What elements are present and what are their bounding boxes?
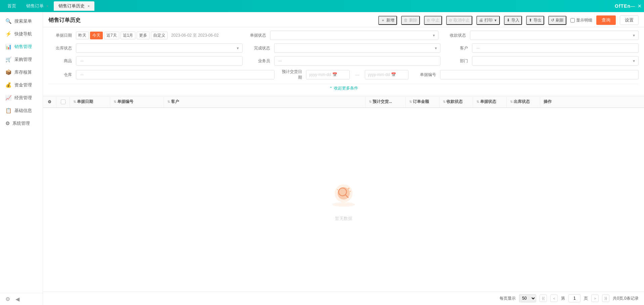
th-delivery[interactable]: ⇅ 预计交货... xyxy=(366,96,406,107)
salesman-input[interactable]: ··· xyxy=(274,56,441,66)
goods-more-icon[interactable]: ··· xyxy=(79,59,85,63)
cancel-stop-icon: ⊘ xyxy=(449,18,452,23)
close-icon[interactable]: × xyxy=(638,3,641,10)
cancel-stop-button[interactable]: ⊘ 取消中止 xyxy=(446,16,472,25)
out-status-select[interactable]: ▼ xyxy=(76,43,243,53)
tab-home[interactable]: 首页 xyxy=(3,1,21,11)
goods-input[interactable]: ··· xyxy=(76,56,243,66)
date-btn-custom[interactable]: 自定义 xyxy=(151,32,168,39)
sidebar-settings-icon[interactable]: ⚙ xyxy=(5,296,10,302)
delete-button[interactable]: 🗑 删除 xyxy=(401,16,420,25)
collapse-btn[interactable]: ⌃ 收起更多条件 xyxy=(48,84,639,92)
date-btn-yesterday[interactable]: 昨天 xyxy=(76,32,89,39)
display-cols-checkbox[interactable] xyxy=(570,18,575,23)
th-check[interactable] xyxy=(56,96,70,107)
pay-status-label: 收款状态 xyxy=(442,33,466,38)
tab-sales-order-history-close[interactable]: × xyxy=(87,4,89,8)
print-button[interactable]: 🖨 打印 ▼ xyxy=(476,16,500,25)
th-number-label: 单据编号 xyxy=(117,99,133,105)
customer-input[interactable]: ··· xyxy=(472,43,639,53)
sidebar-item-quick-nav[interactable]: ⚡ 快捷导航 xyxy=(0,28,43,40)
th-settings[interactable]: ⚙ xyxy=(43,96,56,107)
expected-date-end-placeholder: yyyy-mm-dd xyxy=(368,72,390,77)
stop-button[interactable]: ⊘ 中止 xyxy=(424,16,442,25)
quick-nav-icon: ⚡ xyxy=(5,31,12,37)
minimize-icon[interactable]: — xyxy=(630,3,635,9)
sidebar-item-sys-mgmt-label: 系统管理 xyxy=(12,120,30,126)
page-number-input[interactable] xyxy=(568,294,581,302)
cancel-stop-label: 取消中止 xyxy=(454,17,470,23)
th-amount[interactable]: ⇅ 订单金额 xyxy=(406,96,439,107)
th-order-status[interactable]: ⇅ 单据状态 xyxy=(473,96,507,107)
sidebar-item-purchase-mgmt[interactable]: 🛒 采购管理 xyxy=(0,53,43,66)
th-pay-status[interactable]: ⇅ 收款状态 xyxy=(439,96,473,107)
refresh-button[interactable]: ↺ 刷新 xyxy=(548,16,566,25)
sidebar-item-base-info-label: 基础信息 xyxy=(14,108,32,114)
sidebar-item-sales-mgmt[interactable]: 📊 销售管理 xyxy=(0,40,43,53)
set-button[interactable]: 设置 xyxy=(620,15,639,25)
calendar-start-icon[interactable]: 📅 xyxy=(332,72,337,77)
date-btn-more[interactable]: 更多 xyxy=(137,32,149,39)
tab-sales-order-close[interactable]: × xyxy=(46,4,48,8)
calendar-end-icon[interactable]: 📅 xyxy=(391,72,396,77)
dept-select[interactable]: ▼ xyxy=(472,56,639,66)
th-out-status[interactable]: ⇅ 出库状态 xyxy=(507,96,540,107)
th-number[interactable]: ⇅ 单据编号 xyxy=(110,96,164,107)
sidebar-item-search-menu[interactable]: 🔍 搜索菜单 xyxy=(0,15,43,28)
tab-home-label: 首页 xyxy=(7,3,16,9)
print-arrow-icon: ▼ xyxy=(494,18,497,22)
query-button[interactable]: 查询 xyxy=(596,15,616,25)
th-date[interactable]: ⇅ 单据日期 xyxy=(70,96,110,107)
th-operation-label: 操作 xyxy=(544,99,552,105)
tab-sales-order[interactable]: 销售订单 × xyxy=(22,1,53,11)
sidebar-collapse-icon[interactable]: ◀ xyxy=(15,296,19,302)
goods-label: 商品 xyxy=(48,58,72,64)
warehouse-input[interactable]: ··· xyxy=(76,70,274,79)
export-button[interactable]: ⬆ 导出 xyxy=(526,16,544,25)
new-button[interactable]: ＋ 新增 xyxy=(378,16,397,25)
sidebar-item-fund-mgmt-label: 资金管理 xyxy=(14,82,32,88)
sidebar-item-sys-mgmt[interactable]: ⚙ 系统管理 xyxy=(0,117,43,130)
next-page-button[interactable]: ＞ xyxy=(591,295,599,302)
first-page-button[interactable]: ⟨⟨ xyxy=(540,295,547,302)
date-btn-today[interactable]: 今天 xyxy=(90,32,103,39)
last-page-button[interactable]: ⟩⟩ xyxy=(602,295,609,302)
display-cols-label: 显示明细 xyxy=(576,17,592,23)
th-customer[interactable]: ⇅ 客户 xyxy=(164,96,366,107)
import-button[interactable]: ⬇ 导入 xyxy=(504,16,522,25)
sidebar-item-stock-check[interactable]: 📦 库存核算 xyxy=(0,66,43,79)
customer-more-icon[interactable]: ··· xyxy=(475,46,481,50)
order-no-input[interactable] xyxy=(440,70,639,79)
warehouse-more-icon[interactable]: ··· xyxy=(79,72,85,77)
date-btn-1month[interactable]: 近1月 xyxy=(121,32,136,39)
sidebar-item-biz-mgmt[interactable]: 📈 经营管理 xyxy=(0,91,43,104)
pay-status-select[interactable]: ▼ xyxy=(470,31,639,40)
th-order-status-label: 单据状态 xyxy=(480,99,496,105)
delete-icon: 🗑 xyxy=(404,18,408,23)
dept-arrow-icon: ▼ xyxy=(632,59,636,63)
th-delivery-label: 预计交货... xyxy=(373,99,392,105)
page-size-select[interactable]: 50 100 200 xyxy=(519,294,536,302)
expected-date-start[interactable]: yyyy-mm-dd 📅 xyxy=(306,70,350,79)
search-menu-icon: 🔍 xyxy=(5,18,12,24)
header-checkbox[interactable] xyxy=(61,100,66,104)
prev-page-button[interactable]: ＜ xyxy=(550,295,558,302)
th-out-status-label: 出库状态 xyxy=(514,99,530,105)
content-area: 销售订单历史 ＋ 新增 🗑 删除 ⊘ 中止 ⊘ 取消中止 xyxy=(43,12,644,305)
warehouse-label: 仓库 xyxy=(48,72,72,78)
th-customer-label: 客户 xyxy=(171,99,179,105)
expected-date-start-placeholder: yyyy-mm-dd xyxy=(309,72,331,77)
print-icon: 🖨 xyxy=(479,18,483,23)
date-control: 昨天 今天 近7天 近1月 更多 自定义 2023-06-02 至 2023-0… xyxy=(76,32,239,39)
date-btn-7days[interactable]: 近7天 xyxy=(104,32,119,39)
sidebar-item-base-info[interactable]: 📋 基础信息 xyxy=(0,104,43,117)
sidebar-item-fund-mgmt[interactable]: 💰 资金管理 xyxy=(0,79,43,91)
tab-sales-order-history[interactable]: 销售订单历史 × xyxy=(54,1,94,11)
pay-status-arrow-icon: ▼ xyxy=(632,34,636,37)
expected-date-end[interactable]: yyyy-mm-dd 📅 xyxy=(365,70,409,79)
complete-status-select[interactable]: ▼ xyxy=(274,43,441,53)
sort-icon-pay: ⇅ xyxy=(443,100,445,104)
order-status-select[interactable]: ▼ xyxy=(270,31,439,40)
salesman-more-icon[interactable]: ··· xyxy=(277,59,283,63)
sidebar-item-search-menu-label: 搜索菜单 xyxy=(14,18,32,24)
